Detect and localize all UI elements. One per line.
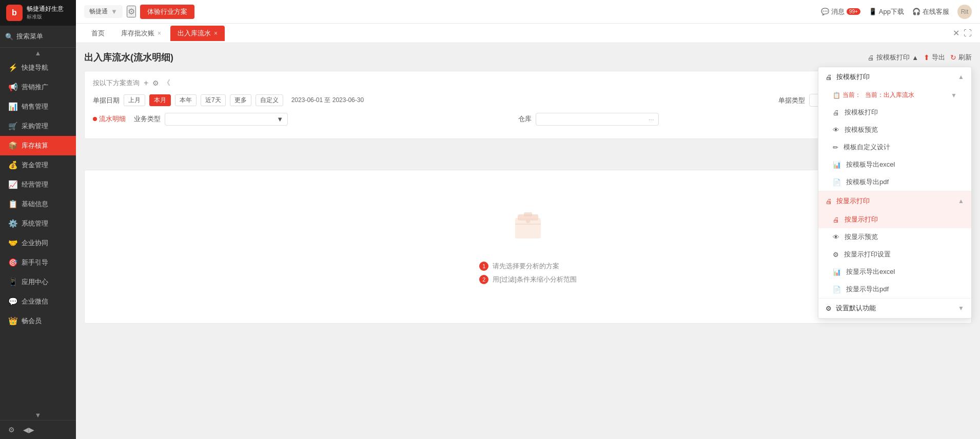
sidebar-scroll-up[interactable]: ▲: [0, 48, 76, 58]
filter-settings-button[interactable]: ⚙: [152, 79, 159, 87]
step-1-text: 请先选择要分析的方案: [493, 262, 559, 271]
step-2-num: 2: [479, 275, 488, 284]
close-window-button[interactable]: ✕: [953, 28, 959, 38]
template-custom-sub[interactable]: ✏ 模板自定义设计: [818, 138, 971, 156]
settings-sub-icon: ⚙: [826, 305, 832, 312]
sidebar-item-purchase[interactable]: 🛒 采购管理: [0, 116, 76, 136]
sidebar-search-area: 🔍 搜索菜单: [0, 26, 76, 48]
sidebar-item-guide[interactable]: 🎯 新手引导: [0, 253, 76, 272]
warehouse-select[interactable]: ···: [536, 113, 659, 126]
default-settings-header[interactable]: ⚙ 设置默认功能 ▼: [818, 298, 971, 318]
sidebar-item-label: 营销推广: [22, 83, 48, 92]
date-current-year-btn[interactable]: 本年: [175, 94, 197, 106]
template-export-excel-sub[interactable]: 📊 按模板导出excel: [818, 156, 971, 173]
filter-collapse-button[interactable]: 《: [163, 78, 170, 88]
display-export-excel-sub[interactable]: 📊 按显示导出excel: [818, 263, 971, 281]
maximize-window-button[interactable]: ⛶: [964, 28, 972, 38]
app-logo-icon: b: [6, 5, 23, 21]
sidebar-item-member[interactable]: 👑 畅会员: [0, 311, 76, 331]
tab-close-icon[interactable]: ×: [158, 30, 161, 37]
sidebar-item-sales[interactable]: 📊 销售管理: [0, 97, 76, 116]
sidebar-item-inventory[interactable]: 📦 库存核算: [0, 136, 76, 155]
current-template-name: 当前：出入库流水: [865, 91, 914, 99]
header-settings-button[interactable]: ⚙: [127, 6, 136, 17]
sidebar: b 畅捷通好生意 标准版 🔍 搜索菜单 ▲ ⚡ 快捷导航 📢 营销推广 📊 销售…: [0, 0, 76, 439]
svg-rect-2: [524, 212, 532, 216]
sidebar-item-finance[interactable]: 💰 资金管理: [0, 155, 76, 175]
sidebar-item-label: 销售管理: [22, 102, 48, 111]
marketing-icon: 📢: [8, 83, 17, 92]
sidebar-settings-button[interactable]: ⚙: [8, 426, 15, 434]
sidebar-item-enterprise[interactable]: 🤝 企业协同: [0, 233, 76, 253]
step-2-text: 用[过滤]条件来缩小分析范围: [493, 275, 576, 284]
trial-btn[interactable]: 体验行业方案: [140, 5, 194, 19]
template-preview-sub-label: 按模板预览: [845, 125, 878, 134]
empty-steps: 1 请先选择要分析的方案 2 用[过滤]条件来缩小分析范围: [479, 262, 576, 284]
export-button[interactable]: ⬆ 导出: [924, 53, 945, 62]
sidebar-item-label: 采购管理: [22, 122, 48, 131]
filter-add-button[interactable]: +: [144, 78, 148, 88]
display-settings-sub[interactable]: ⚙ 按显示打印设置: [818, 246, 971, 263]
refresh-button[interactable]: ↻ 刷新: [950, 53, 972, 62]
tab-home[interactable]: 首页: [84, 26, 112, 41]
display-settings-sub-icon: ⚙: [833, 251, 839, 258]
display-preview-sub[interactable]: 👁 按显示预览: [818, 228, 971, 246]
date-custom-btn[interactable]: 自定义: [256, 94, 283, 106]
preview-sub-icon: 👁: [833, 126, 839, 134]
sidebar-scroll-down[interactable]: ▼: [0, 410, 76, 420]
tab-close-icon[interactable]: ×: [214, 30, 218, 37]
customer-service-button[interactable]: 🎧 在线客服: [912, 7, 949, 16]
export-icon: ⬆: [924, 53, 930, 62]
flow-type-dot: [93, 117, 97, 121]
empty-step-2: 2 用[过滤]条件来缩小分析范围: [479, 275, 576, 284]
app-download-button[interactable]: 📱 App下载: [869, 7, 904, 16]
search-menu-button[interactable]: 🔍 搜索菜单: [5, 30, 71, 43]
flow-type-chip[interactable]: 流水明细: [93, 114, 126, 124]
default-settings-title: ⚙ 设置默认功能: [826, 304, 876, 313]
sidebar-item-system[interactable]: ⚙️ 系统管理: [0, 214, 76, 233]
display-print-header[interactable]: 🖨 按显示打印 ▲: [818, 191, 971, 211]
sidebar-item-quicknav[interactable]: ⚡ 快捷导航: [0, 58, 76, 77]
app-edition: 标准版: [27, 13, 64, 21]
sidebar-item-appstore[interactable]: 📱 应用中心: [0, 272, 76, 292]
user-avatar[interactable]: Rit: [957, 5, 972, 19]
user-selector[interactable]: 畅捷通 ▼: [84, 5, 123, 18]
sidebar-item-label: 应用中心: [22, 277, 48, 287]
tab-batch[interactable]: 库存批次账 ×: [114, 26, 168, 41]
display-export-excel-label: 按显示导出excel: [846, 267, 895, 276]
tab-flow[interactable]: 出入库流水 ×: [170, 26, 225, 41]
template-export-pdf-sub[interactable]: 📄 按模板导出pdf: [818, 173, 971, 191]
date-more-btn[interactable]: 更多: [230, 94, 251, 106]
biz-select-arrow: ▼: [277, 115, 283, 123]
date-last-month-btn[interactable]: 上月: [124, 94, 145, 106]
display-export-pdf-sub[interactable]: 📄 按显示导出pdf: [818, 281, 971, 298]
chevron-up-icon: ▲: [912, 54, 918, 62]
biz-type-select[interactable]: ▼: [165, 113, 288, 126]
display-section-chevron-icon: ▲: [958, 197, 964, 205]
template-print-sub[interactable]: 🖨 按模板打印: [818, 104, 971, 121]
sidebar-collapse-button[interactable]: ◀▶: [23, 426, 34, 434]
sidebar-item-wechat[interactable]: 💬 企业微信: [0, 292, 76, 311]
date-current-month-btn[interactable]: 本月: [149, 94, 171, 106]
wechat-icon: 💬: [8, 297, 17, 306]
biz-label: 业务类型: [134, 114, 161, 124]
sidebar-item-basic[interactable]: 📋 基础信息: [0, 194, 76, 214]
display-preview-sub-label: 按显示预览: [845, 232, 878, 242]
download-icon: 📱: [869, 8, 877, 15]
sidebar-logo: b 畅捷通好生意 标准版: [0, 0, 76, 26]
sidebar-item-label: 新手引导: [22, 258, 48, 267]
display-print-sub[interactable]: 🖨 按显示打印: [818, 211, 971, 228]
print-template-button[interactable]: 🖨 按模板打印 ▲: [868, 53, 918, 62]
date-7days-btn[interactable]: 近7天: [201, 94, 226, 106]
sidebar-item-marketing[interactable]: 📢 营销推广: [0, 77, 76, 97]
message-button[interactable]: 💬 消息 99+: [821, 7, 860, 16]
template-export-pdf-label: 按模板导出pdf: [846, 177, 889, 187]
enterprise-icon: 🤝: [8, 238, 17, 248]
template-print-header[interactable]: 🖨 按模板打印 ▲: [818, 67, 971, 87]
sidebar-item-operation[interactable]: 📈 经营管理: [0, 175, 76, 194]
user-name-text: 畅捷通: [89, 7, 108, 16]
service-icon: 🎧: [912, 8, 920, 15]
basic-icon: 📋: [8, 199, 17, 209]
header-left: 畅捷通 ▼ ⚙ 体验行业方案: [84, 5, 815, 19]
template-preview-sub[interactable]: 👁 按模板预览: [818, 121, 971, 138]
